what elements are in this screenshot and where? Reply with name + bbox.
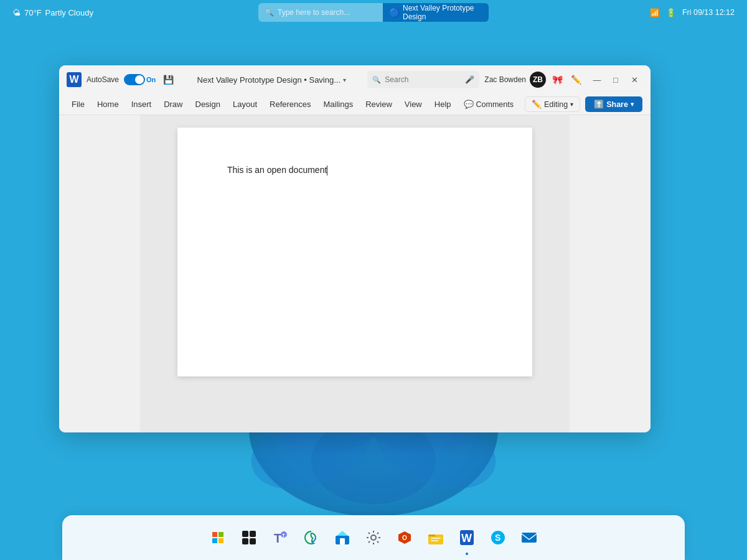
user-info: Zac Bowden ZB 🎀 ✏️ [484,72,583,88]
taskbar-office-button[interactable]: O [391,524,418,551]
store-icon [334,530,350,546]
taskbar: T T [62,515,685,560]
battery-icon: 🔋 [666,8,676,17]
menu-review[interactable]: Review [359,96,398,112]
page-container[interactable]: This is an open document [140,115,570,432]
svg-rect-6 [242,531,248,537]
svg-rect-25 [522,533,537,543]
menu-help[interactable]: Help [428,96,458,112]
svg-rect-8 [242,538,248,544]
word-logo-icon: W [67,72,82,87]
svg-text:T: T [282,533,285,538]
svg-text:T: T [274,531,281,545]
svg-rect-7 [250,531,256,537]
file-explorer-icon [427,530,444,546]
desktop: 🌤 70°F Partly Cloudy 🔍 Type here to sear… [0,0,747,560]
svg-text:S: S [495,533,500,543]
date-time: Fri 09/13 12:12 [682,8,735,17]
search-mic-icon[interactable]: 🎤 [465,75,474,84]
doc-right-panel [570,115,651,432]
wifi-icon: 📶 [650,8,660,17]
svg-rect-20 [431,540,438,541]
taskbar-widgets-button[interactable] [235,524,263,551]
document-text: This is an open document [227,165,327,175]
autosave-switch[interactable] [124,74,145,85]
edit-icon-button[interactable]: ✏️ [568,72,583,87]
ribbon-menu-bar: File Home Insert Draw Design Layout Refe… [59,94,651,115]
comments-icon: 💬 [464,100,474,109]
title-chevron-icon: ▾ [343,77,346,83]
comments-label: Comments [476,100,514,109]
weather-widget[interactable]: 🌤 70°F Partly Cloudy [12,8,93,17]
menu-design[interactable]: Design [189,96,227,112]
title-search-input[interactable] [385,75,461,84]
search-icon: 🔍 [265,8,274,17]
widgets-icon [241,530,257,546]
document-title-area[interactable]: Next Valley Prototype Design • Saving...… [181,75,362,85]
user-name-label: Zac Bowden [484,75,526,84]
svg-rect-15 [340,538,345,544]
user-avatar[interactable]: ZB [530,72,546,88]
taskbar-edge-button[interactable] [298,524,325,551]
menu-home[interactable]: Home [91,96,125,112]
taskbar-search-input[interactable]: 🔍 Type here to search... [258,3,383,22]
minimize-button[interactable]: — [588,71,606,88]
title-search-box[interactable]: 🔍 🎤 [367,71,479,88]
word-app-icon: W [459,529,475,546]
active-app-indicator: 🔵 Next Valley Prototype Design [383,3,489,22]
editing-chevron-icon: ▾ [570,101,573,108]
taskbar-settings-button[interactable] [360,524,387,551]
menu-layout[interactable]: Layout [227,96,263,112]
menu-insert[interactable]: Insert [125,96,158,112]
taskbar-skype-button[interactable]: S [484,524,512,551]
autosave-toggle[interactable]: On [124,74,156,85]
svg-text:O: O [402,534,407,541]
document-title-text: Next Valley Prototype Design • Saving... [197,75,341,85]
menu-mailings[interactable]: Mailings [317,96,360,112]
ribbon-icon-button[interactable]: 🎀 [550,72,565,87]
menu-references[interactable]: References [263,96,317,112]
share-chevron-icon: ▾ [631,101,634,108]
editing-mode-button[interactable]: ✏️ Editing ▾ [525,96,580,112]
document-area: This is an open document [59,115,651,432]
menu-draw[interactable]: Draw [157,96,189,112]
weather-temp: 70°F [24,8,42,17]
weather-desc: Partly Cloudy [45,8,93,17]
taskbar-teams-button[interactable]: T T [266,524,294,551]
teams-icon: T T [271,529,289,546]
taskbar-start-button[interactable] [204,524,232,551]
text-cursor [327,166,327,175]
search-placeholder: Type here to search... [278,8,350,17]
mail-icon [520,530,538,545]
edge-icon [303,529,320,546]
menu-file[interactable]: File [65,96,91,112]
taskbar-search-area[interactable]: 🔍 Type here to search... 🔵 Next Valley P… [258,3,489,22]
comments-button[interactable]: 💬 Comments [458,97,520,111]
share-button[interactable]: ⬆️ Share ▾ [585,96,642,112]
svg-text:W: W [461,532,472,544]
document-page[interactable]: This is an open document [177,128,532,376]
document-content[interactable]: This is an open document [227,165,482,175]
word-app-window: W AutoSave On 💾 Next Valley Prototype De… [59,65,651,432]
taskbar-store-button[interactable] [329,524,356,551]
svg-marker-14 [337,531,348,536]
editing-pencil-icon: ✏️ [532,100,542,109]
weather-icon: 🌤 [12,8,21,17]
taskbar-word-button[interactable]: W [453,524,481,551]
maximize-button[interactable]: □ [607,71,624,88]
active-app-name: Next Valley Prototype Design [403,4,482,21]
close-button[interactable]: ✕ [626,71,643,88]
system-tray: 📶 🔋 Fri 09/13 12:12 [650,8,735,17]
taskbar-explorer-button[interactable] [422,524,449,551]
menu-bar-right: 💬 Comments ✏️ Editing ▾ ⬆️ Share ▾ 📌 [458,96,651,113]
doc-left-panel [59,115,140,432]
autosave-on-label: On [146,76,156,83]
pin-button[interactable]: 📌 [647,96,651,113]
share-label: Share [606,100,628,109]
svg-point-16 [371,535,376,540]
menu-view[interactable]: View [398,96,428,112]
taskbar-mail-button[interactable] [515,524,543,551]
save-icon-button[interactable]: 💾 [161,72,176,87]
svg-rect-19 [431,538,441,539]
svg-rect-9 [250,538,256,544]
